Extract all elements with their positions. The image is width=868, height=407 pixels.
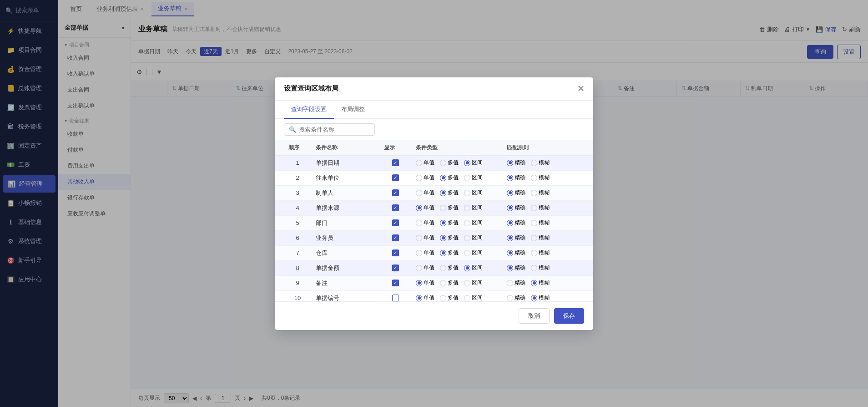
type-radio-8-多值[interactable]: 多值 bbox=[440, 279, 459, 287]
type-radio-3-区间[interactable]: 区间 bbox=[464, 204, 483, 212]
type-radio-0-多值[interactable]: 多值 bbox=[440, 159, 459, 167]
radio-dot-type-1-多值[interactable] bbox=[440, 175, 446, 181]
radio-dot-type-2-多值[interactable] bbox=[440, 190, 446, 196]
match-radio-0-模糊[interactable]: 模糊 bbox=[531, 159, 550, 167]
radio-dot-type-5-单值[interactable] bbox=[416, 235, 422, 241]
match-radio-5-模糊[interactable]: 模糊 bbox=[531, 234, 550, 242]
radio-dot-type-4-多值[interactable] bbox=[440, 220, 446, 226]
type-radio-8-区间[interactable]: 区间 bbox=[464, 279, 483, 287]
match-radio-4-模糊[interactable]: 模糊 bbox=[531, 219, 550, 227]
radio-dot-type-3-多值[interactable] bbox=[440, 205, 446, 211]
radio-dot-type-8-多值[interactable] bbox=[440, 280, 446, 286]
type-radio-9-单值[interactable]: 单值 bbox=[416, 294, 434, 301]
show-checkbox-3[interactable]: ✓ bbox=[392, 204, 399, 211]
radio-dot-match-7-模糊[interactable] bbox=[531, 265, 537, 271]
radio-dot-type-3-区间[interactable] bbox=[464, 205, 470, 211]
radio-dot-type-7-区间[interactable] bbox=[464, 265, 470, 271]
radio-dot-match-9-模糊[interactable] bbox=[531, 295, 537, 301]
match-radio-4-精确[interactable]: 精确 bbox=[507, 219, 525, 227]
radio-dot-match-5-精确[interactable] bbox=[507, 235, 513, 241]
type-radio-1-区间[interactable]: 区间 bbox=[464, 174, 483, 182]
type-radio-9-多值[interactable]: 多值 bbox=[440, 294, 459, 301]
radio-dot-type-1-单值[interactable] bbox=[416, 175, 422, 181]
show-checkbox-5[interactable]: ✓ bbox=[392, 234, 399, 241]
type-radio-3-单值[interactable]: 单值 bbox=[416, 204, 434, 212]
radio-dot-match-8-精确[interactable] bbox=[507, 280, 513, 286]
type-radio-6-区间[interactable]: 区间 bbox=[464, 249, 483, 257]
match-radio-3-精确[interactable]: 精确 bbox=[507, 204, 525, 212]
type-radio-7-区间[interactable]: 区间 bbox=[464, 264, 483, 272]
show-checkbox-1[interactable]: ✓ bbox=[392, 174, 399, 181]
match-radio-6-模糊[interactable]: 模糊 bbox=[531, 249, 550, 257]
type-radio-9-区间[interactable]: 区间 bbox=[464, 294, 483, 301]
match-radio-1-模糊[interactable]: 模糊 bbox=[531, 174, 550, 182]
type-radio-6-单值[interactable]: 单值 bbox=[416, 249, 434, 257]
match-radio-6-精确[interactable]: 精确 bbox=[507, 249, 525, 257]
radio-dot-match-6-模糊[interactable] bbox=[531, 250, 537, 256]
radio-dot-type-4-区间[interactable] bbox=[464, 220, 470, 226]
type-radio-7-单值[interactable]: 单值 bbox=[416, 264, 434, 272]
radio-dot-match-1-模糊[interactable] bbox=[531, 175, 537, 181]
radio-dot-type-6-多值[interactable] bbox=[440, 250, 446, 256]
radio-dot-type-4-单值[interactable] bbox=[416, 220, 422, 226]
radio-dot-type-7-单值[interactable] bbox=[416, 265, 422, 271]
radio-dot-match-0-精确[interactable] bbox=[507, 160, 513, 166]
radio-dot-match-3-模糊[interactable] bbox=[531, 205, 537, 211]
radio-dot-match-6-精确[interactable] bbox=[507, 250, 513, 256]
type-radio-5-区间[interactable]: 区间 bbox=[464, 234, 483, 242]
show-checkbox-7[interactable]: ✓ bbox=[392, 265, 399, 271]
show-checkbox-6[interactable]: ✓ bbox=[392, 249, 399, 256]
radio-dot-type-0-区间[interactable] bbox=[464, 160, 470, 166]
radio-dot-type-8-区间[interactable] bbox=[464, 280, 470, 286]
radio-dot-match-3-精确[interactable] bbox=[507, 205, 513, 211]
type-radio-4-多值[interactable]: 多值 bbox=[440, 219, 459, 227]
match-radio-7-精确[interactable]: 精确 bbox=[507, 264, 525, 272]
type-radio-4-单值[interactable]: 单值 bbox=[416, 219, 434, 227]
type-radio-8-单值[interactable]: 单值 bbox=[416, 279, 434, 287]
show-checkbox-8[interactable]: ✓ bbox=[392, 280, 399, 286]
modal-save-button[interactable]: 保存 bbox=[554, 308, 584, 324]
radio-dot-type-9-区间[interactable] bbox=[464, 295, 470, 301]
radio-dot-type-6-区间[interactable] bbox=[464, 250, 470, 256]
type-radio-4-区间[interactable]: 区间 bbox=[464, 219, 483, 227]
modal-search-input[interactable] bbox=[299, 126, 363, 133]
match-radio-0-精确[interactable]: 精确 bbox=[507, 159, 525, 167]
type-radio-0-区间[interactable]: 区间 bbox=[464, 159, 483, 167]
match-radio-2-精确[interactable]: 精确 bbox=[507, 189, 525, 197]
radio-dot-type-7-多值[interactable] bbox=[440, 265, 446, 271]
match-radio-2-模糊[interactable]: 模糊 bbox=[531, 189, 550, 197]
cancel-button[interactable]: 取消 bbox=[519, 308, 550, 324]
modal-tab-0[interactable]: 查询字段设置 bbox=[284, 101, 334, 119]
radio-dot-match-1-精确[interactable] bbox=[507, 175, 513, 181]
radio-dot-type-1-区间[interactable] bbox=[464, 175, 470, 181]
radio-dot-type-0-单值[interactable] bbox=[416, 160, 422, 166]
modal-tab-1[interactable]: 布局调整 bbox=[334, 101, 372, 119]
match-radio-5-精确[interactable]: 精确 bbox=[507, 234, 525, 242]
radio-dot-type-0-多值[interactable] bbox=[440, 160, 446, 166]
radio-dot-match-0-模糊[interactable] bbox=[531, 160, 537, 166]
type-radio-3-多值[interactable]: 多值 bbox=[440, 204, 459, 212]
type-radio-2-单值[interactable]: 单值 bbox=[416, 189, 434, 197]
modal-search-box[interactable]: 🔍 bbox=[284, 123, 375, 136]
type-radio-5-单值[interactable]: 单值 bbox=[416, 234, 434, 242]
match-radio-7-模糊[interactable]: 模糊 bbox=[531, 264, 550, 272]
type-radio-5-多值[interactable]: 多值 bbox=[440, 234, 459, 242]
radio-dot-type-2-区间[interactable] bbox=[464, 190, 470, 196]
radio-dot-type-9-单值[interactable] bbox=[416, 295, 422, 301]
type-radio-7-多值[interactable]: 多值 bbox=[440, 264, 459, 272]
radio-dot-match-4-模糊[interactable] bbox=[531, 220, 537, 226]
type-radio-6-多值[interactable]: 多值 bbox=[440, 249, 459, 257]
radio-dot-type-8-单值[interactable] bbox=[416, 280, 422, 286]
radio-dot-type-5-多值[interactable] bbox=[440, 235, 446, 241]
show-checkbox-0[interactable]: ✓ bbox=[392, 159, 399, 166]
radio-dot-type-2-单值[interactable] bbox=[416, 190, 422, 196]
radio-dot-type-5-区间[interactable] bbox=[464, 235, 470, 241]
match-radio-8-精确[interactable]: 精确 bbox=[507, 279, 525, 287]
match-radio-9-精确[interactable]: 精确 bbox=[507, 294, 525, 301]
radio-dot-match-2-模糊[interactable] bbox=[531, 190, 537, 196]
type-radio-1-单值[interactable]: 单值 bbox=[416, 174, 434, 182]
match-radio-3-模糊[interactable]: 模糊 bbox=[531, 204, 550, 212]
show-checkbox-9[interactable] bbox=[392, 295, 399, 301]
radio-dot-match-4-精确[interactable] bbox=[507, 220, 513, 226]
radio-dot-match-2-精确[interactable] bbox=[507, 190, 513, 196]
